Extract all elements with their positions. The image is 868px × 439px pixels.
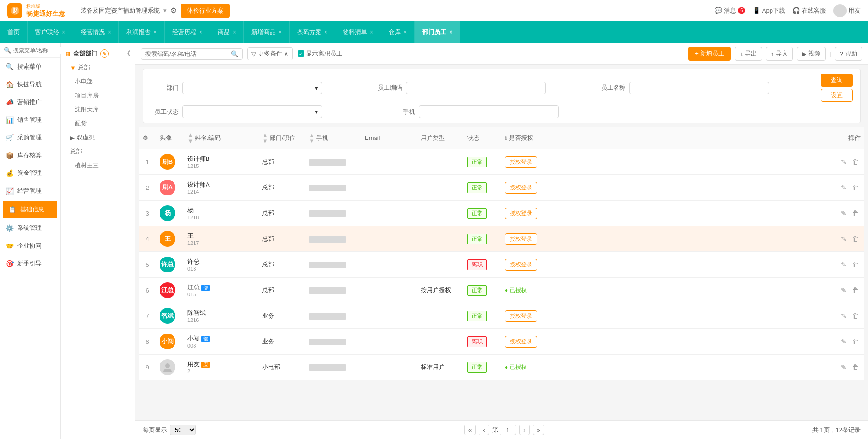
- view-button[interactable]: ▶ 视频: [797, 47, 826, 61]
- sidebar-item-purchase[interactable]: 🛒 采购管理: [0, 129, 60, 146]
- delete-button[interactable]: 🗑: [850, 209, 861, 218]
- add-employee-button[interactable]: + 新增员工: [688, 47, 731, 61]
- per-page-select[interactable]: 50 20 100: [170, 425, 196, 435]
- delete-button[interactable]: 🗑: [850, 337, 861, 346]
- status-filter-select[interactable]: ▾: [182, 105, 322, 118]
- import-button[interactable]: ↑ 导入: [766, 47, 793, 61]
- sidebar-item-guide[interactable]: 🎯 新手引导: [0, 255, 60, 272]
- emp-name-input[interactable]: [629, 82, 769, 94]
- close-icon[interactable]: ×: [370, 29, 373, 35]
- auth-button[interactable]: 授权登录: [505, 310, 537, 322]
- edit-dept-icon[interactable]: ✎: [100, 49, 109, 58]
- user-area[interactable]: 用友: [833, 4, 861, 17]
- show-resign-toggle[interactable]: ✓ 显示离职员工: [298, 49, 342, 58]
- edit-button[interactable]: ✎: [839, 183, 848, 192]
- tab-customer[interactable]: 客户联络 ×: [28, 21, 73, 43]
- edit-button[interactable]: ✎: [839, 209, 848, 218]
- more-filter-button[interactable]: ▽ 更多条件 ∧: [247, 47, 293, 60]
- edit-button[interactable]: ✎: [839, 286, 848, 295]
- tab-history[interactable]: 经营历程 ×: [165, 21, 210, 43]
- help-button[interactable]: ? 帮助: [835, 47, 862, 61]
- delete-button[interactable]: 🗑: [850, 157, 861, 167]
- close-icon[interactable]: ×: [153, 29, 157, 35]
- delete-button[interactable]: 🗑: [850, 362, 861, 372]
- sidebar-item-sales[interactable]: 📊 销售管理: [0, 111, 60, 129]
- dept-item-shuangxu[interactable]: ▶ 双虚想: [61, 131, 135, 145]
- search-employee-input[interactable]: [145, 50, 229, 57]
- sidebar-item-business[interactable]: 📈 经营管理: [0, 182, 60, 200]
- tab-bom[interactable]: 物料清单 ×: [335, 21, 381, 43]
- close-icon[interactable]: ×: [199, 29, 202, 35]
- auth-button[interactable]: 授权登录: [505, 182, 537, 194]
- edit-button[interactable]: ✎: [839, 362, 848, 372]
- settings-icon[interactable]: ⚙: [170, 6, 177, 15]
- dept-filter-select[interactable]: ▾: [182, 82, 322, 94]
- sidebar-item-finance[interactable]: 💰 资金管理: [0, 164, 60, 182]
- sidebar-item-quicknav[interactable]: 🏠 快捷导航: [0, 76, 60, 93]
- dept-item-peihuo[interactable]: 配货: [61, 117, 135, 131]
- search-icon[interactable]: 🔍: [231, 50, 238, 57]
- phone-input[interactable]: [419, 105, 559, 118]
- prev-page-btn[interactable]: ‹: [479, 425, 489, 435]
- edit-button[interactable]: ✎: [839, 234, 848, 244]
- emp-code-input[interactable]: [406, 82, 546, 94]
- next-page-btn[interactable]: ›: [519, 425, 529, 435]
- dept-item-xiaodian[interactable]: 小电部: [61, 75, 135, 89]
- online-service-item[interactable]: 🎧 在线客服: [792, 7, 826, 15]
- edit-button[interactable]: ✎: [839, 157, 848, 167]
- tab-goods[interactable]: 商品 ×: [210, 21, 244, 43]
- delete-button[interactable]: 🗑: [850, 234, 861, 244]
- close-icon[interactable]: ×: [324, 29, 327, 35]
- dept-item-shenyang[interactable]: 沈阳大库: [61, 103, 135, 117]
- close-icon[interactable]: ×: [278, 29, 282, 35]
- sidebar-item-search[interactable]: 🔍 搜索菜单: [0, 58, 60, 76]
- edit-button[interactable]: ✎: [839, 337, 848, 346]
- edit-button[interactable]: ✎: [839, 260, 848, 269]
- trial-button[interactable]: 体验行业方案: [181, 4, 230, 18]
- tab-employees[interactable]: 部门员工 ×: [415, 21, 460, 43]
- dept-item-zonbu[interactable]: ▼ 总部: [61, 61, 135, 75]
- tab-operation[interactable]: 经营情况 ×: [73, 21, 119, 43]
- auth-button[interactable]: 授权登录: [505, 336, 537, 348]
- page-number-input[interactable]: [500, 425, 516, 435]
- sort-icon[interactable]: ▲▼: [309, 132, 315, 144]
- close-icon[interactable]: ×: [62, 29, 65, 35]
- tab-profit[interactable]: 利润报告 ×: [119, 21, 165, 43]
- delete-button[interactable]: 🗑: [850, 311, 861, 321]
- close-icon[interactable]: ×: [108, 29, 111, 35]
- reset-button[interactable]: 设置: [821, 89, 853, 102]
- first-page-btn[interactable]: «: [464, 425, 476, 435]
- message-item[interactable]: 💬 消息 6: [715, 7, 745, 15]
- close-icon[interactable]: ×: [233, 29, 236, 35]
- auth-button[interactable]: 授权登录: [505, 233, 537, 245]
- auth-button[interactable]: 授权登录: [505, 259, 537, 271]
- collapse-tree-btn[interactable]: 《: [124, 49, 130, 58]
- app-download-item[interactable]: 📱 App下载: [753, 7, 785, 15]
- sidebar-item-basic-info[interactable]: 📋 基础信息: [3, 201, 57, 218]
- query-button[interactable]: 查询: [821, 74, 853, 87]
- sidebar-item-system[interactable]: ⚙️ 系统管理: [0, 219, 60, 237]
- tab-warehouse[interactable]: 仓库 ×: [381, 21, 415, 43]
- tab-home[interactable]: 首页: [0, 21, 28, 43]
- close-icon[interactable]: ×: [449, 29, 452, 35]
- sort-icon[interactable]: ▲▼: [262, 132, 268, 144]
- dept-item-zonbu2[interactable]: 总部: [61, 145, 135, 159]
- auth-button[interactable]: 授权登录: [505, 208, 537, 219]
- export-button[interactable]: ↓ 导出: [735, 47, 762, 61]
- dept-item-zhishu[interactable]: 植树王三: [61, 159, 135, 173]
- sidebar-item-collab[interactable]: 🤝 企业协同: [0, 237, 60, 255]
- delete-button[interactable]: 🗑: [850, 260, 861, 269]
- sidebar-item-marketing[interactable]: 📣 营销推广: [0, 93, 60, 111]
- sort-icon[interactable]: ▲▼: [187, 132, 194, 144]
- dropdown-arrow-icon[interactable]: ▾: [163, 7, 167, 14]
- delete-button[interactable]: 🗑: [850, 183, 861, 192]
- tab-barcode[interactable]: 条码方案 ×: [290, 21, 335, 43]
- last-page-btn[interactable]: »: [533, 425, 544, 435]
- settings-icon[interactable]: ⚙: [143, 134, 148, 141]
- tab-add-goods[interactable]: 新增商品 ×: [244, 21, 290, 43]
- sidebar-item-inventory[interactable]: 📦 库存核算: [0, 146, 60, 164]
- delete-button[interactable]: 🗑: [850, 286, 861, 295]
- edit-button[interactable]: ✎: [839, 311, 848, 321]
- close-icon[interactable]: ×: [403, 29, 407, 35]
- dept-item-project[interactable]: 项目库房: [61, 89, 135, 103]
